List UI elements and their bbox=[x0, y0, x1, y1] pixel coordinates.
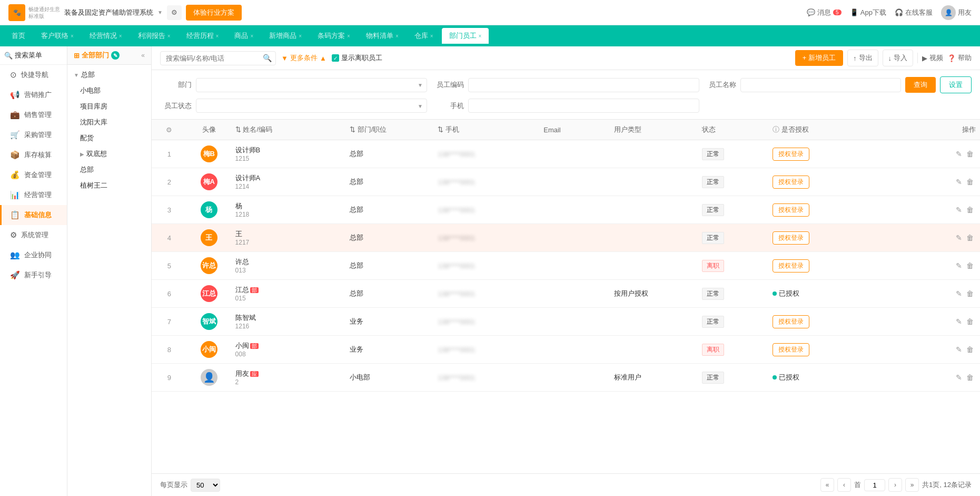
nav-tab-客户联络[interactable]: 客户联络× bbox=[34, 28, 81, 44]
page-number-input[interactable] bbox=[864, 479, 885, 491]
nav-item-采购管理[interactable]: 🛒采购管理 bbox=[0, 125, 67, 145]
dept-tree-item[interactable]: 植树王二 bbox=[67, 178, 151, 193]
tab-close-icon[interactable]: × bbox=[479, 33, 482, 39]
gear-button[interactable]: ⚙ bbox=[167, 5, 182, 20]
export-button[interactable]: ↑ 导出 bbox=[847, 50, 878, 66]
dept-tree-item[interactable]: 总部 bbox=[67, 162, 151, 178]
nav-tab-条码方案[interactable]: 条码方案× bbox=[310, 28, 358, 44]
nav-item-系统管理[interactable]: ⚙系统管理 bbox=[0, 225, 67, 245]
dept-tree-item[interactable]: ▼总部 bbox=[67, 67, 151, 83]
tab-close-icon[interactable]: × bbox=[71, 33, 74, 39]
auth-button[interactable]: 授权登录 bbox=[773, 231, 809, 245]
settings-icon[interactable]: ⚙ bbox=[166, 126, 172, 134]
nav-tab-商品[interactable]: 商品× bbox=[227, 28, 261, 44]
sort-icon[interactable]: ⇅ bbox=[235, 125, 241, 133]
nav-tab-首页[interactable]: 首页 bbox=[4, 28, 33, 44]
tab-close-icon[interactable]: × bbox=[167, 33, 171, 39]
dept-collapse-button[interactable]: « bbox=[141, 52, 145, 59]
nav-item-经营管理[interactable]: 📊经营管理 bbox=[0, 185, 67, 205]
auth-button[interactable]: 授权登录 bbox=[773, 203, 809, 217]
next-page-button[interactable]: › bbox=[888, 478, 902, 492]
sort-dept-icon[interactable]: ⇅ bbox=[350, 125, 355, 133]
delete-button[interactable]: 🗑 bbox=[964, 372, 976, 383]
nav-tab-物料清单[interactable]: 物料清单× bbox=[359, 28, 406, 44]
tab-close-icon[interactable]: × bbox=[299, 33, 302, 39]
nav-tab-经营历程[interactable]: 经营历程× bbox=[179, 28, 226, 44]
user-menu-button[interactable]: 👤 用友 bbox=[941, 5, 972, 20]
delete-button[interactable]: 🗑 bbox=[964, 260, 976, 271]
online-service-button[interactable]: 🎧 在线客服 bbox=[895, 8, 933, 17]
delete-button[interactable]: 🗑 bbox=[964, 205, 976, 215]
filter-empcode-input[interactable] bbox=[468, 78, 699, 92]
app-download-button[interactable]: 📱 App下载 bbox=[850, 8, 886, 17]
query-button[interactable]: 查询 bbox=[905, 77, 936, 93]
edit-button[interactable]: ✎ bbox=[954, 260, 964, 271]
first-page-button[interactable]: « bbox=[820, 478, 834, 492]
sort-phone-icon[interactable]: ⇅ bbox=[438, 125, 443, 133]
filter-phone-input[interactable] bbox=[468, 99, 699, 113]
tab-close-icon[interactable]: × bbox=[216, 33, 219, 39]
dept-tree-item[interactable]: ▶双底想 bbox=[67, 146, 151, 162]
nav-item-企业协同[interactable]: 👥企业协同 bbox=[0, 245, 67, 265]
tab-close-icon[interactable]: × bbox=[250, 33, 253, 39]
edit-button[interactable]: ✎ bbox=[954, 316, 964, 327]
dept-tree-item[interactable]: 小电部 bbox=[67, 83, 151, 99]
nav-tab-经营情况[interactable]: 经营情况× bbox=[82, 28, 130, 44]
edit-button[interactable]: ✎ bbox=[954, 205, 964, 215]
add-employee-button[interactable]: + 新增员工 bbox=[795, 50, 843, 66]
show-resigned-toggle[interactable]: ✓ 显示离职员工 bbox=[332, 53, 382, 63]
video-button[interactable]: ▶ 视频 bbox=[922, 53, 943, 63]
edit-button[interactable]: ✎ bbox=[954, 344, 964, 355]
nav-item-快捷导航[interactable]: ⊙快捷导航 bbox=[0, 65, 67, 85]
delete-button[interactable]: 🗑 bbox=[964, 316, 976, 327]
edit-button[interactable]: ✎ bbox=[954, 288, 964, 299]
more-filter-button[interactable]: ▼ 更多条件 ▲ bbox=[281, 53, 326, 63]
nav-item-库存核算[interactable]: 📦库存核算 bbox=[0, 145, 67, 165]
delete-button[interactable]: 🗑 bbox=[964, 344, 976, 355]
dept-tree-item[interactable]: 配货 bbox=[67, 130, 151, 146]
filter-dept-select[interactable] bbox=[196, 78, 427, 92]
trial-button[interactable]: 体验行业方案 bbox=[186, 5, 242, 21]
edit-button[interactable]: ✎ bbox=[954, 149, 964, 159]
auth-button[interactable]: 授权登录 bbox=[773, 148, 809, 161]
nav-tab-利润报告[interactable]: 利润报告× bbox=[131, 28, 178, 44]
nav-item-销售管理[interactable]: 💼销售管理 bbox=[0, 105, 67, 125]
filter-empstatus-select[interactable] bbox=[196, 99, 427, 113]
search-input[interactable] bbox=[160, 51, 276, 65]
delete-button[interactable]: 🗑 bbox=[964, 177, 976, 187]
cell-avatar: 江总 bbox=[187, 280, 231, 308]
auth-button[interactable]: 授权登录 bbox=[773, 315, 809, 328]
nav-item-资金管理[interactable]: 💰资金管理 bbox=[0, 165, 67, 185]
nav-item-营销推广[interactable]: 📢营销推广 bbox=[0, 85, 67, 105]
page-size-select[interactable]: 50 100 bbox=[191, 479, 220, 492]
nav-tab-新增商品[interactable]: 新增商品× bbox=[262, 28, 309, 44]
message-button[interactable]: 💬 消息 5 bbox=[807, 8, 842, 17]
system-dropdown-arrow[interactable]: ▼ bbox=[157, 9, 163, 15]
delete-button[interactable]: 🗑 bbox=[964, 149, 976, 159]
nav-tab-仓库[interactable]: 仓库× bbox=[407, 28, 441, 44]
delete-button[interactable]: 🗑 bbox=[964, 288, 976, 299]
auth-button[interactable]: 授权登录 bbox=[773, 259, 809, 273]
auth-button[interactable]: 授权登录 bbox=[773, 176, 809, 189]
edit-button[interactable]: ✎ bbox=[954, 372, 964, 383]
edit-button[interactable]: ✎ bbox=[954, 177, 964, 187]
tab-close-icon[interactable]: × bbox=[119, 33, 122, 39]
tab-close-icon[interactable]: × bbox=[395, 33, 399, 39]
last-page-button[interactable]: » bbox=[905, 478, 919, 492]
tab-close-icon[interactable]: × bbox=[347, 33, 350, 39]
tab-close-icon[interactable]: × bbox=[430, 33, 433, 39]
help-button[interactable]: ❓ 帮助 bbox=[947, 53, 972, 63]
nav-item-新手引导[interactable]: 🚀新手引导 bbox=[0, 265, 67, 285]
delete-button[interactable]: 🗑 bbox=[964, 232, 976, 243]
dept-tree-item[interactable]: 沈阳大库 bbox=[67, 114, 151, 130]
dept-tree-item[interactable]: 项目库房 bbox=[67, 99, 151, 114]
show-resigned-checkbox[interactable]: ✓ bbox=[332, 54, 339, 62]
prev-page-button[interactable]: ‹ bbox=[837, 478, 851, 492]
import-button[interactable]: ↓ 导入 bbox=[883, 50, 914, 66]
nav-item-基础信息[interactable]: 📋基础信息 bbox=[0, 205, 67, 225]
filter-empname-input[interactable] bbox=[740, 78, 901, 92]
edit-button[interactable]: ✎ bbox=[954, 232, 964, 243]
auth-button[interactable]: 授权登录 bbox=[773, 343, 809, 356]
set-button[interactable]: 设置 bbox=[940, 76, 972, 93]
nav-tab-部门员工[interactable]: 部门员工× bbox=[442, 28, 489, 44]
